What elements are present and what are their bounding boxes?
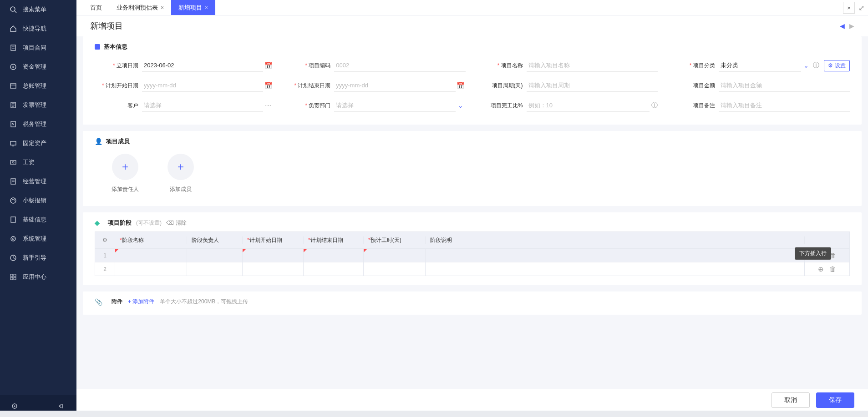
project-period-input[interactable] [527,79,658,92]
phase-mgr-input[interactable] [187,249,242,262]
sidebar-item-tax[interactable]: 税务管理 [0,115,76,134]
tab-label: 首页 [90,4,102,12]
col-phase-name: 阶段名称 [115,236,187,244]
label-name: 项目名称 [479,62,527,70]
add-member-button[interactable]: + [168,154,194,180]
sidebar-item-contract[interactable]: 项目合同 [0,38,76,57]
phase-row-2[interactable]: 2 ⊕ 🗑 [95,262,849,276]
sidebar-item-funds[interactable]: ¥资金管理 [0,57,76,76]
sidebar-item-label: 资金管理 [23,63,46,71]
sidebar-search[interactable]: 搜索菜单 [0,0,76,19]
col-gear[interactable]: ⚙ [95,237,115,243]
cell-phase-mgr [187,262,243,276]
phase-hours-input[interactable] [364,249,425,262]
phase-name-input[interactable] [115,263,187,276]
sidebar-item-guide[interactable]: 新手引导 [0,248,76,267]
tab-profit[interactable]: 业务利润预估表× [109,0,171,15]
col-phase-mgr: 阶段负责人 [187,236,243,244]
sidebar-item-invoice[interactable]: 发票管理 [0,95,76,115]
svg-rect-29 [14,274,16,276]
help-icon[interactable]: ⓘ [813,61,819,70]
gear-icon[interactable] [11,402,18,410]
chevron-down-icon[interactable]: ⌄ [801,62,811,69]
svg-line-1 [15,11,16,13]
phase-desc-input[interactable] [426,249,804,262]
sidebar-item-quicknav[interactable]: 快捷导航 [0,19,76,38]
close-icon[interactable]: × [161,5,164,11]
settings-button[interactable]: ⚙设置 [824,60,850,71]
sidebar-item-biz[interactable]: 经营管理 [0,172,76,191]
phase-mgr-input[interactable] [187,263,242,276]
cancel-button[interactable]: 取消 [772,392,810,408]
sidebar-item-label: 基础信息 [23,216,46,224]
project-category-select[interactable] [719,59,801,72]
gear-icon: ⚙ [102,237,107,243]
money-icon: ¥ [9,63,17,71]
sidebar-item-apps[interactable]: 应用中心 [0,267,76,286]
add-attachment-button[interactable]: + 添加附件 [128,298,154,306]
project-amount-input[interactable] [719,79,850,92]
add-owner-tile: + 添加责任人 [105,154,146,193]
svg-rect-22 [11,217,15,222]
set-date-input[interactable] [142,59,263,72]
os-taskbar [0,411,868,417]
label-pct: 项目完工比% [479,102,527,110]
phase-hours-input[interactable] [364,263,425,276]
sidebar-item-baseinfo[interactable]: 基础信息 [0,210,76,229]
more-icon[interactable]: ⋯ [263,102,273,109]
prev-record-button[interactable]: ◀ [840,22,845,30]
add-owner-button[interactable]: + [112,154,138,180]
calendar-icon[interactable]: 📅 [263,82,273,89]
insert-row-below-button[interactable]: ⊕ [818,265,824,273]
invoice-icon [9,101,17,109]
plan-start-input[interactable] [142,79,263,92]
phase-row-1[interactable]: 1 ⊕ 🗑 [95,248,849,262]
close-all-button[interactable]: × [843,2,855,14]
project-code-input[interactable] [334,59,465,72]
calendar-icon[interactable]: 📅 [263,62,273,69]
phase-end-input[interactable] [304,263,363,276]
phase-end-input[interactable] [304,249,363,262]
close-icon[interactable]: × [205,5,208,11]
search-icon [9,5,17,14]
plan-end-input[interactable] [334,79,455,92]
sidebar-item-ledger[interactable]: 总账管理 [0,76,76,95]
tab-home[interactable]: 首页 [83,0,109,15]
next-record-button[interactable]: ▶ [849,22,854,30]
phase-start-input[interactable] [243,263,303,276]
sidebar-item-salary[interactable]: 工资 [0,153,76,172]
delete-row-button[interactable]: 🗑 [829,265,836,273]
record-nav: ◀ ▶ [840,22,854,30]
phase-desc-input[interactable] [426,263,804,276]
save-button[interactable]: 保存 [816,392,854,408]
label-dept: 负责部门 [287,102,334,110]
col-hours: 预计工时(天) [364,236,426,244]
phase-name-input[interactable] [115,249,187,262]
clear-label: 清除 [176,219,187,227]
attachment-note: 单个大小不超过200MB，可拖拽上传 [160,298,248,306]
dept-select[interactable] [334,99,455,112]
label-amount: 项目金额 [671,82,719,90]
section-title-phases: ◆ 项目阶段 (可不设置) ⌫清除 [95,219,850,227]
expand-icon[interactable]: ⤢ [858,4,864,12]
help-icon[interactable]: ⓘ [651,101,658,110]
customer-select[interactable] [142,99,263,112]
label-code: 项目编码 [287,62,334,70]
phase-start-input[interactable] [243,249,303,262]
cell-desc [426,262,805,276]
sidebar-item-system[interactable]: 系统管理 [0,229,76,248]
project-remark-input[interactable] [719,99,850,112]
project-name-input[interactable] [527,59,658,72]
chevron-down-icon[interactable]: ⌄ [456,102,466,109]
collapse-icon[interactable] [57,403,66,409]
calendar-icon[interactable]: 📅 [456,82,466,89]
tab-new-project[interactable]: 新增项目× [171,0,215,15]
settings-button-label: 设置 [835,62,846,70]
svg-rect-31 [14,277,16,280]
clear-phases-button[interactable]: ⌫清除 [166,219,187,227]
sidebar-item-expense[interactable]: 小畅报销 [0,191,76,210]
sidebar-item-assets[interactable]: 固定资产 [0,134,76,153]
row-actions: ⊕ 🗑 [805,262,849,276]
home-icon [9,25,17,33]
completion-pct-input[interactable] [527,99,650,112]
